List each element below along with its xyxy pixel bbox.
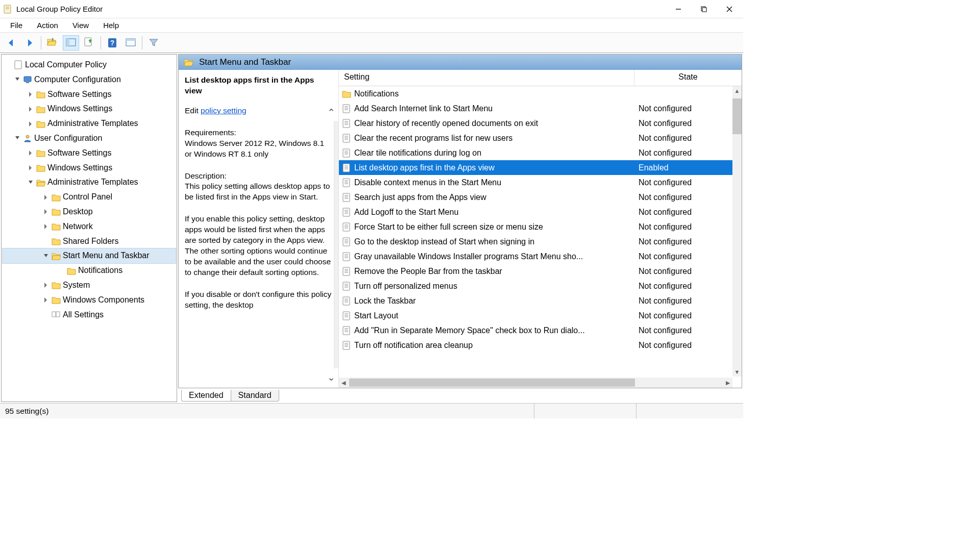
tree-uc-software[interactable]: Software Settings	[3, 146, 176, 161]
list-row[interactable]: List desktop apps first in the Apps view…	[339, 160, 742, 175]
tree-cc-admin[interactable]: Administrative Templates	[3, 116, 176, 131]
scroll-left-icon[interactable]: ◀	[339, 378, 348, 388]
setting-name: Force Start to be either full screen siz…	[354, 222, 543, 232]
list-row[interactable]: Turn off personalized menusNot configure…	[339, 279, 742, 293]
column-setting[interactable]: Setting	[339, 70, 634, 86]
caret-closed-icon[interactable]	[42, 223, 50, 230]
tab-extended[interactable]: Extended	[181, 390, 231, 402]
setting-name: Lock the Taskbar	[354, 296, 416, 306]
caret-closed-icon[interactable]	[27, 120, 34, 128]
column-state[interactable]: State	[634, 70, 742, 86]
desc-scrollbar[interactable]	[334, 121, 339, 368]
tree-windows-components[interactable]: Windows Components	[3, 293, 176, 308]
tree-all-settings[interactable]: All Settings	[3, 308, 176, 322]
tree-shared-folders[interactable]: Shared Folders	[3, 234, 176, 249]
caret-closed-icon[interactable]	[42, 296, 50, 304]
scroll-thumb[interactable]	[349, 379, 635, 387]
tree-cc-windows[interactable]: Windows Settings	[3, 102, 176, 116]
tree-computer-configuration[interactable]: Computer Configuration	[3, 72, 176, 87]
requirements-label: Requirements:	[185, 128, 332, 138]
tree-desktop[interactable]: Desktop	[3, 205, 176, 219]
up-button[interactable]	[44, 35, 61, 51]
scroll-down-button[interactable]: ⌄	[326, 372, 336, 383]
caret-closed-icon[interactable]	[42, 282, 50, 289]
content-title: Start Menu and Taskbar	[199, 57, 291, 67]
list-row[interactable]: Turn off notification area cleanupNot co…	[339, 338, 742, 353]
list-row[interactable]: Clear tile notifications during log onNo…	[339, 145, 742, 160]
menu-action[interactable]: Action	[30, 19, 65, 31]
scroll-down-icon[interactable]: ▼	[732, 367, 742, 377]
caret-open-icon[interactable]	[27, 179, 34, 186]
menu-file[interactable]: File	[3, 19, 30, 31]
list-row[interactable]: Remove the People Bar from the taskbarNo…	[339, 264, 742, 279]
tree-cc-software[interactable]: Software Settings	[3, 87, 176, 102]
list-row[interactable]: Disable context menus in the Start MenuN…	[339, 175, 742, 190]
list-row[interactable]: Clear history of recently opened documen…	[339, 116, 742, 131]
content-header: Start Menu and Taskbar	[179, 55, 742, 70]
document-icon	[14, 60, 23, 69]
svg-text:?: ?	[110, 39, 115, 47]
list-row[interactable]: Gray unavailable Windows Installer progr…	[339, 249, 742, 264]
properties-button[interactable]	[122, 35, 139, 51]
tree-user-configuration[interactable]: User Configuration	[3, 131, 176, 146]
tree-notifications[interactable]: Notifications	[3, 263, 176, 278]
caret-closed-icon[interactable]	[27, 149, 34, 157]
horizontal-scrollbar[interactable]: ◀ ▶	[339, 378, 732, 388]
list-row[interactable]: Add Logoff to the Start MenuNot configur…	[339, 205, 742, 219]
menu-view[interactable]: View	[65, 19, 96, 31]
filter-button[interactable]	[145, 35, 162, 51]
policy-icon	[342, 119, 351, 128]
tree-root[interactable]: Local Computer Policy	[3, 58, 176, 72]
window: Local Group Policy Editor File Action Vi…	[0, 0, 743, 418]
menu-help[interactable]: Help	[96, 19, 126, 31]
list-row[interactable]: Lock the TaskbarNot configured	[339, 293, 742, 308]
folder-icon	[52, 237, 61, 246]
back-button[interactable]	[3, 35, 19, 51]
setting-name: Gray unavailable Windows Installer progr…	[354, 252, 583, 261]
navigation-tree[interactable]: Local Computer Policy Computer Configura…	[1, 54, 177, 402]
list-row[interactable]: Add Search Internet link to Start MenuNo…	[339, 101, 742, 116]
close-button[interactable]	[717, 0, 742, 18]
list-row[interactable]: Start LayoutNot configured	[339, 308, 742, 323]
tree-label: Start Menu and Taskbar	[63, 248, 150, 263]
tree-system[interactable]: System	[3, 278, 176, 293]
export-button[interactable]	[81, 35, 97, 51]
vertical-scrollbar[interactable]: ▲ ▼	[732, 86, 742, 377]
policy-icon	[342, 208, 351, 217]
scroll-right-icon[interactable]: ▶	[723, 378, 732, 388]
list-row[interactable]: Force Start to be either full screen siz…	[339, 219, 742, 234]
caret-open-icon[interactable]	[14, 135, 21, 142]
caret-closed-icon[interactable]	[42, 194, 50, 201]
tree-network[interactable]: Network	[3, 219, 176, 234]
show-hide-tree-button[interactable]	[63, 35, 79, 51]
setting-name: Remove the People Bar from the taskbar	[354, 267, 502, 276]
minimize-button[interactable]	[666, 0, 691, 18]
tab-standard[interactable]: Standard	[231, 390, 279, 402]
caret-closed-icon[interactable]	[42, 208, 50, 215]
help-button[interactable]: ?	[104, 35, 120, 51]
caret-closed-icon[interactable]	[27, 164, 34, 171]
scroll-up-button[interactable]: ⌃	[326, 108, 336, 118]
list-row[interactable]: Search just apps from the Apps viewNot c…	[339, 190, 742, 205]
list-row[interactable]: Add "Run in Separate Memory Space" check…	[339, 323, 742, 338]
caret-open-icon[interactable]	[42, 253, 50, 260]
forward-button[interactable]	[21, 35, 38, 51]
app-icon	[3, 5, 12, 14]
caret-closed-icon[interactable]	[27, 91, 34, 98]
scroll-up-icon[interactable]: ▲	[732, 86, 742, 95]
scroll-thumb[interactable]	[732, 98, 742, 134]
setting-name: Add Logoff to the Start Menu	[354, 208, 458, 217]
maximize-button[interactable]	[691, 0, 717, 18]
list-row[interactable]: Notifications	[339, 86, 742, 101]
tree-uc-windows[interactable]: Windows Settings	[3, 161, 176, 176]
tree-uc-admin[interactable]: Administrative Templates	[3, 175, 176, 190]
policy-icon	[342, 193, 351, 202]
caret-closed-icon[interactable]	[27, 106, 34, 113]
separator-icon	[101, 36, 101, 49]
list-row[interactable]: Go to the desktop instead of Start when …	[339, 234, 742, 249]
policy-setting-link[interactable]: policy setting	[201, 106, 247, 115]
tree-control-panel[interactable]: Control Panel	[3, 190, 176, 205]
caret-open-icon[interactable]	[14, 76, 21, 83]
list-row[interactable]: Clear the recent programs list for new u…	[339, 131, 742, 145]
tree-start-menu[interactable]: Start Menu and Taskbar	[3, 248, 176, 263]
